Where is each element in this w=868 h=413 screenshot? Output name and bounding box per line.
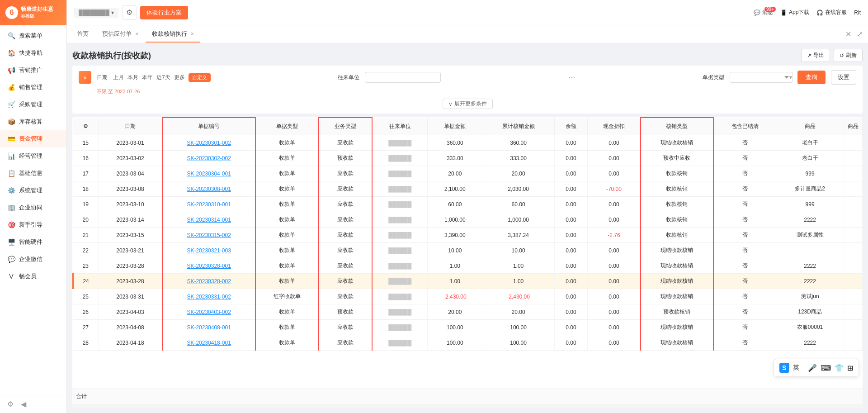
tab-pre-apply[interactable]: 预估应付单 ×	[96, 26, 145, 43]
cell-order-no[interactable]: SK-20230321-003	[162, 243, 256, 258]
filter-toggle-button[interactable]: »	[79, 71, 91, 84]
cell-goods2	[844, 289, 863, 304]
sidebar-item-search-menu[interactable]: 🔍搜索菜单	[0, 27, 66, 44]
sidebar-item-member[interactable]: V畅会员	[0, 268, 66, 285]
sidebar-item-hardware[interactable]: 🖥️智能硬件	[0, 233, 66, 251]
sidebar-item-wechat[interactable]: 💬企业微信	[0, 251, 66, 268]
sidebar-item-finance[interactable]: 💳资金管理	[0, 130, 66, 147]
table-row: 28 2023-04-18 SK-20230418-001 收款单 应收款 ██…	[73, 335, 863, 351]
collapse-icon[interactable]: ◀	[21, 400, 26, 408]
cell-order-no[interactable]: SK-20230315-002	[162, 228, 256, 243]
sidebar-item-inventory[interactable]: 📦库存核算	[0, 113, 66, 130]
cell-order-no[interactable]: SK-20230328-001	[162, 258, 256, 274]
refresh-button[interactable]: ↺ 刷新	[834, 49, 863, 62]
gear-button[interactable]: ⚙	[122, 5, 137, 20]
cell-cash-discount: 0.00	[588, 335, 641, 351]
cell-biz-type: 应收款	[319, 135, 372, 151]
sidebar-item-enterprise[interactable]: 🏢企业协同	[0, 199, 66, 216]
cell-receipt-type: 收款单	[255, 151, 319, 166]
cell-amount: 1.00	[428, 258, 482, 274]
export-button[interactable]: ↗ 导出	[801, 49, 830, 62]
cell-include-settled: 否	[713, 135, 776, 151]
hardware-icon: 🖥️	[7, 238, 15, 246]
date-this-year[interactable]: 本年	[142, 74, 153, 81]
cell-balance: 0.00	[554, 181, 587, 197]
cell-order-no[interactable]: SK-20230310-001	[162, 197, 256, 212]
query-button[interactable]: 查询	[797, 71, 826, 84]
sidebar-item-operation[interactable]: 📊经营管理	[0, 147, 66, 165]
tab-close-all-icon[interactable]: ✕	[844, 28, 853, 40]
float-grid-icon[interactable]: ⊞	[847, 364, 853, 372]
sidebar-item-quick-nav[interactable]: 🏠快捷导航	[0, 44, 66, 62]
date-more[interactable]: 更多	[174, 74, 185, 81]
cell-biz-type: 应收款	[319, 320, 372, 335]
expand-conditions-button[interactable]: ∨ 展开更多条件	[443, 99, 493, 109]
tab-receipt-cancel[interactable]: 收款核销执行 ×	[146, 26, 200, 43]
settings-icon[interactable]: ⚙	[7, 400, 14, 408]
headset-icon: 🎧	[816, 9, 823, 16]
date-last-7-days[interactable]: 近7天	[156, 74, 170, 81]
float-mic-icon[interactable]: 🎤	[808, 364, 817, 372]
th-goods: 商品	[776, 118, 844, 135]
table-scroll[interactable]: ⚙ 日期 单据编号 单据类型 业务类型 往来单位 单据金额 累计核销金额 余额 …	[72, 117, 863, 389]
cell-biz-type: 应收款	[319, 335, 372, 351]
horizontal-scrollbar[interactable]	[72, 404, 863, 408]
cell-cash-discount: -2.76	[588, 228, 641, 243]
cell-order-no[interactable]: SK-20230403-002	[162, 304, 256, 320]
sidebar-item-purchase[interactable]: 🛒采购管理	[0, 96, 66, 113]
app-download-button[interactable]: 📱 App下载	[780, 9, 809, 16]
cell-date: 2023-04-08	[99, 320, 162, 335]
cell-receipt-type: 收款单	[255, 181, 319, 197]
customer-service-button[interactable]: 🎧 在线客服	[816, 9, 847, 16]
sidebar-item-guide[interactable]: 🎯新手引导	[0, 216, 66, 233]
cell-order-no[interactable]: SK-20230308-001	[162, 181, 256, 197]
sidebar-label-hardware: 智能硬件	[19, 238, 42, 246]
message-button[interactable]: 💬 消息 99+	[754, 9, 773, 16]
workspace-selector[interactable]: ████████ ▾	[74, 8, 118, 18]
cell-order-no[interactable]: SK-20230328-002	[162, 274, 256, 289]
sidebar-item-system[interactable]: ⚙️系统管理	[0, 182, 66, 199]
cell-order-no[interactable]: SK-20230304-001	[162, 166, 256, 181]
sidebar-item-marketing[interactable]: 📢营销推广	[0, 62, 66, 79]
tab-home[interactable]: 首页	[71, 26, 95, 43]
user-name[interactable]: Rit	[854, 9, 861, 16]
date-this-month[interactable]: 本月	[127, 74, 138, 81]
tab-receipt-cancel-close[interactable]: ×	[191, 31, 194, 37]
date-last-month[interactable]: 上月	[113, 74, 124, 81]
cell-order-no[interactable]: SK-20230408-001	[162, 320, 256, 335]
th-settings[interactable]: ⚙	[73, 118, 99, 135]
cell-goods: 999	[776, 166, 844, 181]
export-icon: ↗	[807, 52, 811, 59]
cell-goods2	[844, 151, 863, 166]
cell-biz-type: 应收款	[319, 289, 372, 304]
sidebar-label-quick-nav: 快捷导航	[19, 49, 42, 57]
cell-amount: 100.00	[428, 320, 482, 335]
table-row: 26 2023-04-03 SK-20230403-002 收款单 预收款 ██…	[73, 304, 863, 320]
cell-order-no[interactable]: SK-20230302-002	[162, 151, 256, 166]
page-content: 收款核销执行(按收款) ↗ 导出 ↺ 刷新 » 日期 上月 本月	[67, 43, 868, 413]
finance-icon: 💳	[7, 135, 15, 142]
float-keyboard-icon[interactable]: ⌨	[821, 364, 831, 372]
tab-pre-apply-close[interactable]: ×	[135, 31, 138, 37]
float-shirt-icon[interactable]: 👕	[835, 364, 844, 372]
cell-date: 2023-03-21	[99, 243, 162, 258]
float-text-icon[interactable]: 英	[793, 364, 799, 372]
cell-order-no[interactable]: SK-20230314-001	[162, 212, 256, 228]
sidebar-item-basic-info[interactable]: 📋基础信息	[0, 165, 66, 182]
sidebar-label-finance: 资金管理	[19, 135, 42, 143]
cell-receipt-type: 收款单	[255, 228, 319, 243]
cell-goods2	[844, 335, 863, 351]
solution-button[interactable]: 体验行业方案	[140, 6, 188, 19]
partner-input[interactable]	[365, 72, 441, 83]
date-custom-button[interactable]: 自定义	[189, 73, 211, 82]
tab-expand-icon[interactable]: ⤢	[855, 28, 864, 40]
cell-order-no[interactable]: SK-20230331-002	[162, 289, 256, 304]
sidebar-item-sales[interactable]: 💰销售管理	[0, 79, 66, 96]
settings-button[interactable]: 设置	[831, 70, 856, 85]
cell-goods2	[844, 197, 863, 212]
receipt-type-select[interactable]	[730, 72, 793, 83]
cell-order-no[interactable]: SK-20230418-001	[162, 335, 256, 351]
dots-button[interactable]: ···	[568, 73, 575, 82]
table-row: 23 2023-03-28 SK-20230328-001 收款单 应收款 ██…	[73, 258, 863, 274]
cell-order-no[interactable]: SK-20230301-002	[162, 135, 256, 151]
